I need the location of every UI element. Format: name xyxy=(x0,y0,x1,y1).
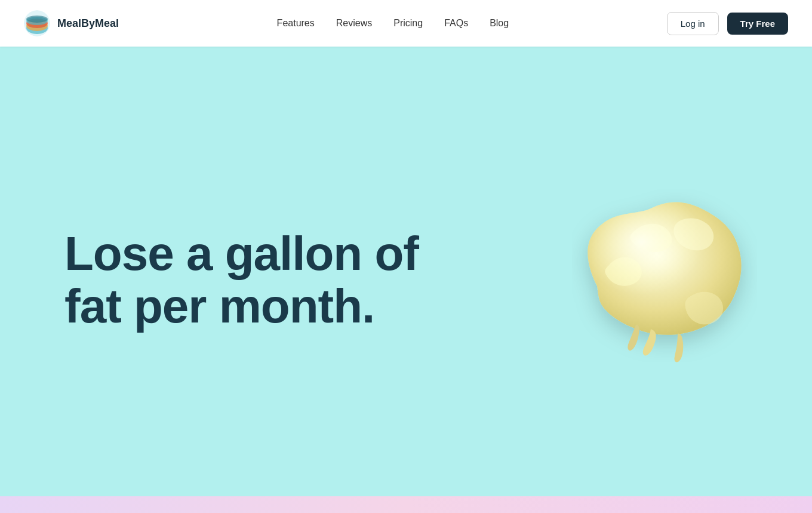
nav-link-features[interactable]: Features xyxy=(277,18,315,29)
nav-link-faqs[interactable]: FAQs xyxy=(444,18,468,29)
svg-point-5 xyxy=(26,16,48,23)
hero-section: Lose a gallon of fat per month. xyxy=(0,47,812,513)
brand-logo xyxy=(24,10,50,36)
hero-headline-line2: fat per month. xyxy=(64,279,374,333)
hero-fat-blob-image xyxy=(549,167,776,394)
nav-link-blog[interactable]: Blog xyxy=(490,18,509,29)
hero-headline: Lose a gallon of fat per month. xyxy=(64,228,419,333)
hero-headline-line1: Lose a gallon of xyxy=(64,227,419,280)
nav-link-reviews[interactable]: Reviews xyxy=(336,18,372,29)
navbar-brand: MealByMeal xyxy=(24,10,119,36)
hero-text-block: Lose a gallon of fat per month. xyxy=(0,228,419,333)
fat-blob-svg xyxy=(549,167,776,394)
navbar-actions: Log in Try Free xyxy=(667,12,788,35)
nav-link-pricing[interactable]: Pricing xyxy=(393,18,423,29)
brand-name-text: MealByMeal xyxy=(57,17,119,30)
login-button[interactable]: Log in xyxy=(667,12,719,35)
hero-bottom-strip xyxy=(0,496,812,513)
navbar: MealByMeal Features Reviews Pricing FAQs… xyxy=(0,0,812,47)
nav-links: Features Reviews Pricing FAQs Blog xyxy=(277,18,509,29)
try-free-button[interactable]: Try Free xyxy=(727,13,788,35)
